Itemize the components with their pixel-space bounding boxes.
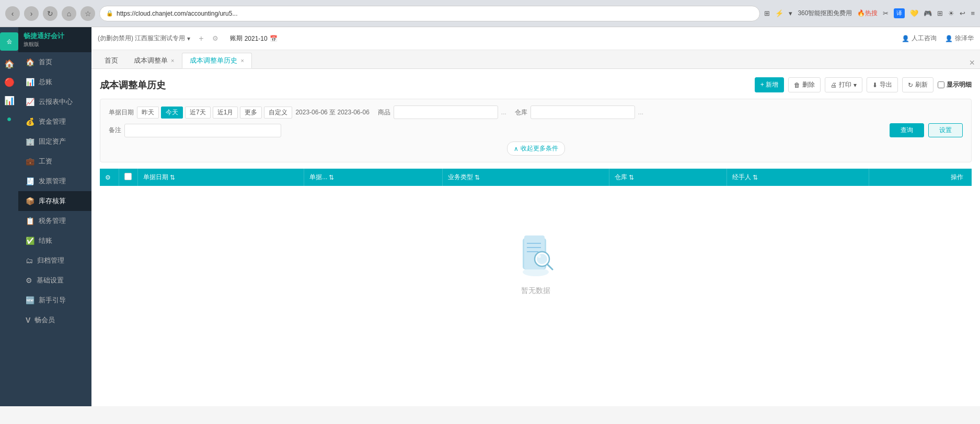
tax-nav-label: 税务管理 xyxy=(39,216,66,226)
sidebar-item-reports[interactable]: 📈 云报表中心 xyxy=(18,92,91,112)
custom-btn[interactable]: 自定义 xyxy=(264,107,292,119)
more-btn[interactable]: 更多 xyxy=(240,107,262,119)
sidebar-item-salary[interactable]: 💼 工资 xyxy=(18,151,91,171)
icon-sidebar-chart[interactable]: 📊 xyxy=(0,91,18,110)
th-biz-type-sort[interactable]: 业务类型 ⇅ xyxy=(448,173,604,182)
th-checkbox[interactable] xyxy=(119,169,137,186)
user-profile[interactable]: 👤 徐泽华 xyxy=(945,34,974,43)
tab-cost-adjust[interactable]: 成本调整单 × xyxy=(126,53,182,68)
quick-search-button[interactable]: 设置 xyxy=(928,123,963,137)
last7-btn[interactable]: 近7天 xyxy=(185,107,211,119)
search-tool[interactable]: 360智能抠图免费用 xyxy=(798,9,852,18)
print-dropdown-icon[interactable]: ▾ xyxy=(854,81,857,89)
print-button[interactable]: 🖨 打印 ▾ xyxy=(825,77,862,92)
icon-sidebar-alert[interactable]: 🔴 xyxy=(0,73,18,91)
settlement-nav-icon: ✅ xyxy=(26,237,34,245)
th-warehouse-sort[interactable]: 仓库 ⇅ xyxy=(615,173,721,182)
sidebar-item-funds[interactable]: 💰 资金管理 xyxy=(18,112,91,132)
goods-more-btn[interactable]: ... xyxy=(501,109,506,116)
warehouse-more-btn[interactable]: ... xyxy=(638,109,643,116)
wallet-icon[interactable]: 💛 xyxy=(910,9,918,17)
today-btn[interactable]: 今天 xyxy=(161,107,183,119)
th-number[interactable]: 单据... ⇅ xyxy=(304,169,442,186)
close-panel-button[interactable]: × xyxy=(969,57,975,68)
sidebar-item-archive[interactable]: 🗂 归档管理 xyxy=(18,251,91,270)
th-biz-type-label: 业务类型 xyxy=(448,173,473,182)
goods-filter-input[interactable] xyxy=(394,105,498,119)
export-button[interactable]: ⬇ 导出 xyxy=(867,77,898,92)
show-detail-input[interactable] xyxy=(938,81,944,88)
sidebar-item-tax[interactable]: 📋 税务管理 xyxy=(18,211,91,231)
tab-cost-adjust-history-close[interactable]: × xyxy=(240,57,244,64)
sidebar-item-inventory[interactable]: 📦 库存核算 xyxy=(18,191,91,211)
show-detail-checkbox[interactable]: 显示明细 xyxy=(938,80,972,89)
table-settings-icon[interactable]: ⚙ xyxy=(105,174,111,181)
grid-icon[interactable]: ⊞ xyxy=(764,9,770,17)
apps-icon[interactable]: ⊞ xyxy=(937,9,943,17)
sidebar-item-ledger[interactable]: 📊 总账 xyxy=(18,72,91,92)
vip-nav-label: 畅会员 xyxy=(34,315,55,325)
sidebar-item-invoice[interactable]: 🧾 发票管理 xyxy=(18,171,91,191)
scissors-icon[interactable]: ✂ xyxy=(883,9,889,17)
menu-icon[interactable]: ≡ xyxy=(971,9,975,17)
sidebar-item-vip[interactable]: V 畅会员 xyxy=(18,310,91,330)
sidebar-item-settlement[interactable]: ✅ 结账 xyxy=(18,231,91,251)
game-icon[interactable]: 🎮 xyxy=(924,9,932,17)
company-dropdown-icon[interactable]: ▾ xyxy=(187,35,190,42)
warehouse-filter-input[interactable] xyxy=(531,105,635,119)
icon-sidebar-app[interactable]: 会 xyxy=(0,32,18,51)
select-all-checkbox[interactable] xyxy=(124,173,132,180)
lightning-icon[interactable]: ⚡ xyxy=(775,9,783,17)
home-button[interactable]: ⌂ xyxy=(62,6,76,21)
tab-cost-adjust-close[interactable]: × xyxy=(171,57,174,64)
tab-cost-adjust-history[interactable]: 成本调整单历史 × xyxy=(182,53,251,68)
history-icon[interactable]: ↩ xyxy=(960,9,965,17)
th-biz-type[interactable]: 业务类型 ⇅ xyxy=(442,169,609,186)
icon-sidebar-home[interactable]: 🏠 xyxy=(0,55,18,73)
th-number-sort[interactable]: 单据... ⇅ xyxy=(309,173,436,182)
sidebar-item-home[interactable]: 🏠 首页 xyxy=(18,52,91,72)
th-operator[interactable]: 经手人 ⇅ xyxy=(727,169,869,186)
refresh-button[interactable]: ↻ 刷新 xyxy=(902,77,933,92)
forward-button[interactable]: › xyxy=(24,6,39,21)
sidebar-item-settings[interactable]: ⚙ 基础设置 xyxy=(18,270,91,290)
search-button[interactable]: 查询 xyxy=(890,123,924,137)
settings-wheel-icon[interactable]: ⚙ xyxy=(212,34,218,42)
sidebar-item-guide[interactable]: 🆕 新手引导 xyxy=(18,290,91,310)
content-area: 成本调整单历史 + 新增 🗑 删除 🖨 打印 ▾ ⬇ 导出 xyxy=(91,69,980,406)
icon-sidebar-active[interactable]: ● xyxy=(0,110,18,128)
th-date[interactable]: 单据日期 ⇅ xyxy=(137,169,304,186)
sidebar-item-assets[interactable]: 🏢 固定资产 xyxy=(18,132,91,151)
add-company-button[interactable]: + xyxy=(193,31,209,46)
back-button[interactable]: ‹ xyxy=(5,6,20,21)
th-warehouse[interactable]: 仓库 ⇅ xyxy=(609,169,727,186)
customer-service-link[interactable]: 👤 人工咨询 xyxy=(902,34,937,43)
dropdown-icon[interactable]: ▾ xyxy=(789,9,792,17)
add-button[interactable]: + 新增 xyxy=(755,77,784,92)
collapse-filter-btn[interactable]: ∧ 收起更多条件 xyxy=(507,142,565,156)
tab-home[interactable]: 首页 xyxy=(97,53,126,68)
sort-icon-operator: ⇅ xyxy=(753,174,758,181)
star-button[interactable]: ☆ xyxy=(80,6,95,21)
period-selector[interactable]: 账期 2021-10 📅 xyxy=(230,34,278,43)
calendar-icon[interactable]: 📅 xyxy=(270,35,278,42)
delete-button[interactable]: 🗑 删除 xyxy=(788,77,821,92)
refresh-button[interactable]: ↻ xyxy=(43,6,57,21)
yesterday-btn[interactable]: 昨天 xyxy=(137,107,159,119)
empty-state: 暂无数据 xyxy=(100,186,972,337)
home-nav-icon: 🏠 xyxy=(26,58,34,66)
url-text: https://cloud.chanjet.com/accounting/uru… xyxy=(117,10,237,17)
ledger-nav-icon: 📊 xyxy=(26,78,34,86)
company-selector[interactable]: (勿删勿禁用) 江西服宝测试专用 ▾ xyxy=(98,34,190,43)
app-logo: 畅捷通好会计 xyxy=(24,31,86,41)
th-date-sort[interactable]: 单据日期 ⇅ xyxy=(143,173,299,182)
theme-icon[interactable]: ☀ xyxy=(948,9,954,17)
th-operator-sort[interactable]: 经手人 ⇅ xyxy=(732,173,863,182)
address-bar[interactable]: 🔒 https://cloud.chanjet.com/accounting/u… xyxy=(99,6,760,21)
last-month-btn[interactable]: 近1月 xyxy=(213,107,238,119)
note-filter-input[interactable] xyxy=(124,124,281,137)
app-layout: 会 🏠 🔴 📊 ● 畅捷通好会计 旗舰版 🏠 首页 📊 总账 📈 云报表中心 xyxy=(0,27,980,406)
th-settings[interactable]: ⚙ xyxy=(100,169,119,186)
table-header: ⚙ 单据日期 ⇅ 单据... xyxy=(100,169,972,186)
translate-icon[interactable]: 译 xyxy=(894,8,905,18)
